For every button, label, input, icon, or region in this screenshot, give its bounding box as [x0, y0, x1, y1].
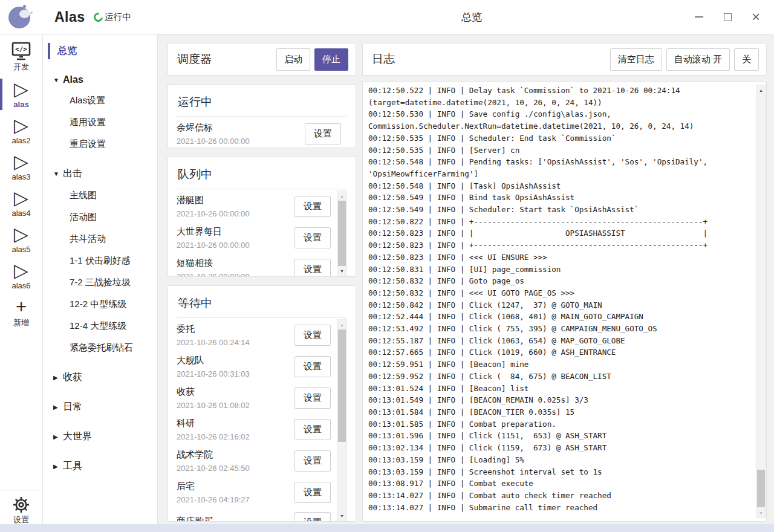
nav-item[interactable]: 12-4 大型练级: [43, 315, 157, 337]
maximize-button[interactable]: [721, 11, 733, 23]
task-settings-button[interactable]: 设置: [294, 450, 331, 472]
play-icon: ▷: [14, 79, 28, 100]
nav-group-header[interactable]: ▶ 日常: [43, 397, 157, 418]
profile-sidebar: </> 开发 ▷ alas ▷ alas2 ▷ alas3: [0, 34, 43, 531]
settings-button[interactable]: 设置: [0, 490, 42, 529]
sidebar-item-profile[interactable]: ▷ alas2: [0, 112, 42, 149]
sidebar-item-dev[interactable]: </> 开发: [0, 38, 42, 76]
sidebar-item-label: 开发: [13, 62, 29, 73]
task-row: 科研 2021-10-26 02:16:02 设置: [177, 414, 337, 445]
task-settings-button[interactable]: 设置: [294, 388, 331, 409]
nav-sidebar: 总览 ▼ Alas Alas设置 通用设置 重启设置 ▼ 出击: [43, 34, 158, 531]
scheduler-stop-button[interactable]: 停止: [314, 48, 348, 71]
task-row: 潜艇图 2021-10-26 00:00:00 设置: [177, 190, 337, 222]
sidebar-item-alas[interactable]: ▷ alas: [0, 76, 42, 112]
task-next-run-time: 2021-10-26 02:45:50: [177, 464, 290, 473]
minimize-button[interactable]: [693, 11, 705, 23]
nav-group-label: 出击: [63, 167, 82, 180]
running-card: 运行中 余烬信标 2021-10-26 00:00:00 设置: [167, 84, 356, 148]
nav-item[interactable]: 主线图: [43, 184, 157, 206]
running-spinner-icon: [92, 11, 105, 24]
nav-group-alas: ▼ Alas Alas设置 通用设置 重启设置: [43, 70, 157, 155]
nav-group-header[interactable]: ▶ 工具: [43, 456, 157, 477]
task-row: 大世界每日 2021-10-26 00:00:00 设置: [177, 222, 337, 253]
scrollbar-thumb[interactable]: [757, 470, 765, 507]
waiting-scrollbar[interactable]: ▲ ▼: [337, 319, 347, 521]
task-name: 科研: [177, 418, 290, 429]
task-settings-button[interactable]: 设置: [294, 512, 331, 521]
main-area: 调度器 启动 停止 运行中 余烬信标 2021-10-26 00:: [158, 34, 774, 531]
nav-item[interactable]: 紧急委托刷钻石: [43, 337, 157, 358]
nav-group-label: Alas: [63, 74, 83, 85]
nav-collapsed-groups: ▶ 收获 ▶ 日常 ▶ 大世界: [43, 367, 157, 477]
clear-log-button[interactable]: 清空日志: [610, 48, 662, 71]
task-settings-button[interactable]: 设置: [294, 482, 331, 503]
nav-item[interactable]: Alas设置: [43, 89, 157, 111]
sidebar-item-label: alas2: [11, 136, 30, 145]
nav-group-header-alas[interactable]: ▼ Alas: [43, 70, 157, 89]
nav-item[interactable]: 活动图: [43, 206, 157, 228]
gear-icon: [11, 495, 31, 514]
nav-item[interactable]: 重启设置: [43, 133, 157, 155]
scroll-up-icon[interactable]: ▲: [756, 86, 766, 94]
nav-group-sortie: ▼ 出击 主线图 活动图 共斗活动 1-1 伏击刷好感 7-2 三战捡垃圾 12…: [43, 163, 157, 358]
scheduler-status: 运行中: [94, 11, 132, 23]
autoscroll-toggle-button[interactable]: 自动滚动 开: [666, 48, 730, 71]
close-button[interactable]: ×: [750, 11, 762, 23]
horizontal-scrollbar[interactable]: [0, 524, 774, 532]
nav-group-header-sortie[interactable]: ▼ 出击: [43, 163, 157, 184]
nav-group-label: 大世界: [63, 430, 92, 443]
log-scrollbar[interactable]: ▲ ▼: [756, 85, 766, 518]
task-row: 后宅 2021-10-26 04:19:27 设置: [177, 476, 337, 508]
queued-card: 队列中 潜艇图 2021-10-26 00:00:00 设置: [167, 157, 356, 277]
play-icon: ▷: [14, 115, 28, 136]
window-controls: ×: [693, 11, 766, 23]
scroll-down-icon[interactable]: ▼: [337, 267, 346, 275]
nav-item[interactable]: 1-1 伏击刷好感: [43, 250, 157, 271]
sidebar-item-profile[interactable]: ▷ alas5: [0, 221, 42, 258]
scroll-down-icon[interactable]: ▼: [756, 508, 766, 517]
waiting-task-list: 委托 2021-10-26 00:24:14 设置 大舰队 2021-10-26…: [177, 319, 337, 521]
task-settings-button[interactable]: 设置: [294, 325, 331, 346]
minimize-icon: [695, 16, 703, 18]
scrollbar-thumb[interactable]: [338, 201, 346, 266]
scroll-down-icon[interactable]: ▼: [337, 511, 346, 520]
add-profile-button[interactable]: + 新增: [0, 294, 42, 332]
scroll-up-icon[interactable]: ▲: [337, 320, 346, 329]
task-settings-button[interactable]: 设置: [294, 196, 331, 217]
nav-group-label: 工具: [63, 460, 82, 473]
scroll-up-icon[interactable]: ▲: [337, 192, 346, 200]
nav-item[interactable]: 通用设置: [43, 111, 157, 133]
task-row: 余烬信标 2021-10-26 00:00:00 设置: [177, 118, 347, 148]
nav-item-overview[interactable]: 总览: [43, 41, 157, 62]
queued-scrollbar[interactable]: ▲ ▼: [337, 190, 347, 276]
task-next-run-time: 2021-10-26 00:00:00: [177, 137, 300, 146]
page-title: 总览: [461, 10, 482, 24]
status-text: 运行中: [105, 11, 132, 23]
nav-item[interactable]: 7-2 三战捡垃圾: [43, 271, 157, 293]
nav-group-items: Alas设置 通用设置 重启设置: [43, 89, 157, 155]
sidebar-item-profile[interactable]: ▷ alas3: [0, 149, 42, 185]
scheduler-start-button[interactable]: 启动: [276, 48, 310, 71]
task-settings-button[interactable]: 设置: [294, 259, 331, 276]
nav-item[interactable]: 12-2 中型练级: [43, 293, 157, 315]
titlebar: Alas 运行中 总览 ×: [0, 0, 774, 34]
task-settings-button[interactable]: 设置: [294, 419, 331, 440]
task-row: 收获 2021-10-26 01:08:02 设置: [177, 382, 337, 414]
scrollbar-thumb[interactable]: [338, 329, 346, 442]
sidebar-item-profile[interactable]: ▷ alas6: [0, 258, 42, 294]
task-settings-button[interactable]: 设置: [305, 123, 341, 144]
nav-group-items: 主线图 活动图 共斗活动 1-1 伏击刷好感 7-2 三战捡垃圾 12-2 中型…: [43, 184, 157, 358]
svg-text:</>: </>: [15, 45, 27, 53]
plus-icon: +: [16, 297, 27, 317]
task-next-run-time: 2021-10-26 02:16:02: [177, 432, 290, 441]
task-settings-button[interactable]: 设置: [294, 356, 331, 377]
nav-item[interactable]: 共斗活动: [43, 228, 157, 250]
sidebar-item-label: alas5: [11, 245, 30, 254]
nav-group-header[interactable]: ▶ 收获: [43, 367, 157, 388]
sidebar-item-profile[interactable]: ▷ alas4: [0, 185, 42, 221]
nav-group-label: 日常: [63, 401, 82, 414]
nav-group-header[interactable]: ▶ 大世界: [43, 426, 157, 447]
autoscroll-off-button[interactable]: 关: [734, 48, 759, 71]
task-settings-button[interactable]: 设置: [294, 227, 331, 248]
